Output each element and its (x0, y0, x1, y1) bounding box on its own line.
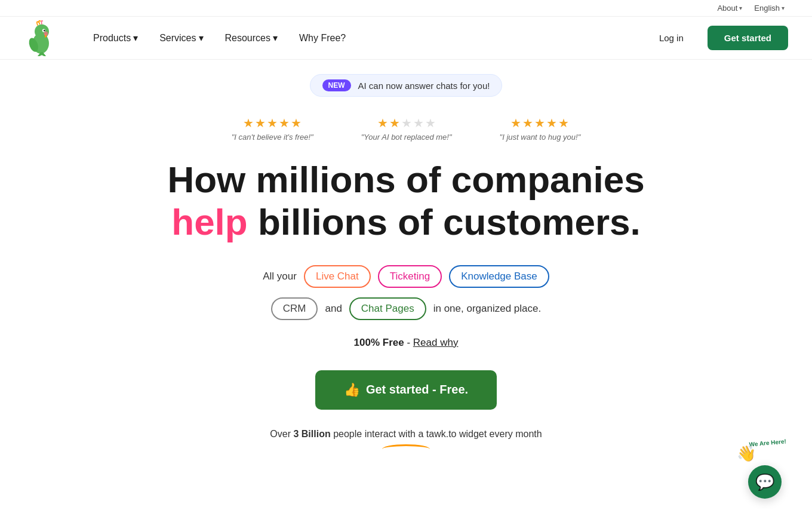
star-icon: ★ (279, 116, 290, 130)
chat-widget[interactable]: We Are Here! 👋 💬 (732, 433, 798, 499)
nav-why-free-label: Why Free? (299, 33, 346, 44)
and-text: and (325, 303, 342, 315)
review-text-1: "I can't believe it's free!" (232, 133, 313, 142)
billion-number: 3 Billion (293, 429, 330, 439)
review-1: ★ ★ ★ ★ ★ "I can't believe it's free!" (232, 116, 313, 142)
stars-1: ★ ★ ★ ★ ★ (243, 116, 302, 130)
hero-highlight: help (171, 201, 247, 242)
chat-icon: 💬 (755, 473, 774, 492)
billion-text: Over 3 Billion people interact with a ta… (270, 429, 542, 440)
billion-prefix: Over (270, 429, 291, 439)
pill-chat-pages[interactable]: Chat Pages (349, 297, 426, 320)
nav-resources[interactable]: Resources ▾ (216, 27, 287, 48)
logo[interactable] (24, 20, 60, 56)
pills-row-2: CRM and Chat Pages in one, organized pla… (271, 297, 541, 320)
pills-row-1: All your Live Chat Ticketing Knowledge B… (263, 265, 549, 288)
hero-heading: How millions of companies help billions … (167, 158, 644, 244)
star-icon: ★ (534, 116, 545, 130)
star-icon: ★ (510, 116, 521, 130)
nav-links: Products ▾ Services ▾ Resources ▾ Why Fr… (84, 27, 645, 48)
review-3: ★ ★ ★ ★ ★ "I just want to hug you!" (500, 116, 581, 142)
chat-bubble-button[interactable]: 💬 (748, 465, 782, 499)
language-menu[interactable]: English ▾ (751, 2, 788, 14)
products-chevron-icon: ▾ (133, 32, 138, 44)
login-button[interactable]: Log in (645, 27, 698, 49)
about-label: About (717, 4, 737, 13)
navbar: Products ▾ Services ▾ Resources ▾ Why Fr… (0, 17, 812, 60)
about-chevron-icon: ▾ (739, 5, 742, 11)
language-label: English (754, 4, 780, 13)
review-text-2: "Your AI bot replaced me!" (361, 133, 452, 142)
star-icon: ★ (243, 116, 254, 130)
star-icon: ★ (267, 116, 278, 130)
star-icon: ★ (401, 116, 412, 130)
main-content: NEW AI can now answer chats for you! ★ ★… (0, 60, 812, 478)
svg-point-4 (44, 31, 48, 35)
topbar: About ▾ English ▾ (0, 0, 812, 17)
star-icon: ★ (425, 116, 436, 130)
star-icon: ★ (389, 116, 400, 130)
cta-label: Get started - Free. (366, 383, 468, 397)
dash: - (407, 337, 413, 348)
banner-message: AI can now answer chats for you! (358, 81, 490, 91)
nav-why-free[interactable]: Why Free? (290, 28, 355, 48)
review-text-3: "I just want to hug you!" (500, 133, 581, 142)
wave-hand-icon: 👋 (737, 444, 756, 463)
thumbs-up-icon: 👍 (344, 382, 360, 398)
star-icon: ★ (377, 116, 388, 130)
star-icon: ★ (413, 116, 424, 130)
nav-resources-label: Resources (225, 33, 270, 44)
logo-icon (24, 20, 60, 56)
nav-actions: Log in Get started (645, 26, 788, 50)
review-2: ★ ★ ★ ★ ★ "Your AI bot replaced me!" (361, 116, 452, 142)
free-label: 100% Free (354, 337, 404, 348)
star-icon: ★ (522, 116, 533, 130)
nav-products-label: Products (93, 33, 131, 44)
stars-2: ★ ★ ★ ★ ★ (377, 116, 436, 130)
star-icon: ★ (558, 116, 569, 130)
pill-ticketing[interactable]: Ticketing (378, 265, 442, 288)
nav-products[interactable]: Products ▾ (84, 27, 147, 48)
svg-point-3 (44, 29, 45, 31)
nav-services-label: Services (159, 33, 196, 44)
svg-point-1 (35, 24, 49, 38)
services-chevron-icon: ▾ (199, 32, 204, 44)
pill-crm[interactable]: CRM (271, 297, 318, 320)
wave-indicator (382, 444, 430, 454)
nav-services[interactable]: Services ▾ (150, 27, 213, 48)
billion-suffix: people interact with a tawk.to widget ev… (333, 429, 542, 439)
star-icon: ★ (291, 116, 302, 130)
cta-button[interactable]: 👍 Get started - Free. (315, 370, 497, 410)
read-why-link[interactable]: Read why (413, 337, 459, 348)
free-text: 100% Free - Read why (354, 337, 459, 349)
reviews-section: ★ ★ ★ ★ ★ "I can't believe it's free!" ★… (232, 116, 581, 142)
stars-3: ★ ★ ★ ★ ★ (510, 116, 569, 130)
star-icon: ★ (255, 116, 266, 130)
pills-container: All your Live Chat Ticketing Knowledge B… (263, 265, 549, 320)
new-badge: NEW (322, 79, 351, 91)
language-chevron-icon: ▾ (782, 5, 785, 11)
hero-line1: How millions of companies (167, 159, 644, 200)
new-banner[interactable]: NEW AI can now answer chats for you! (310, 74, 503, 97)
pill-live-chat[interactable]: Live Chat (304, 265, 371, 288)
star-icon: ★ (546, 116, 557, 130)
all-your-text: All your (263, 271, 297, 282)
suffix-text: in one, organized place. (433, 303, 542, 315)
about-menu[interactable]: About ▾ (713, 2, 746, 14)
hero-title: How millions of companies help billions … (167, 158, 644, 244)
pill-knowledge-base[interactable]: Knowledge Base (449, 265, 549, 288)
resources-chevron-icon: ▾ (273, 32, 278, 44)
get-started-nav-button[interactable]: Get started (708, 26, 788, 50)
hero-line2: billions of customers. (258, 201, 641, 242)
